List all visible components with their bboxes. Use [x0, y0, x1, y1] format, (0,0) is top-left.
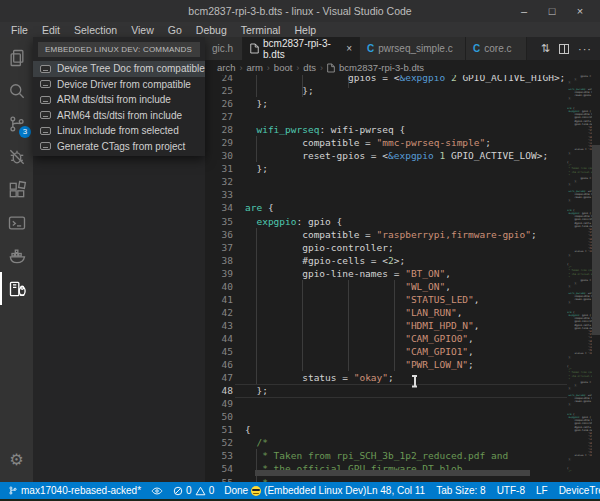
search-icon[interactable] — [0, 74, 33, 107]
docker-icon[interactable] — [0, 239, 33, 272]
tab-bar: gic.h bcm2837-rpi-3-b.dts × C pwrseq_sim… — [205, 37, 600, 60]
quick-pick-item-device-driver[interactable]: Device Driver from compatible — [33, 77, 205, 93]
code-line[interactable]: 32 — [205, 175, 600, 188]
breadcrumb-arm[interactable]: arm — [246, 62, 262, 73]
menu-file[interactable]: File — [4, 24, 35, 36]
quick-pick-item-arm-dts[interactable]: ARM dts/dtsi from include — [33, 92, 205, 108]
language-mode[interactable]: DeviceTree — [559, 485, 600, 496]
minimap[interactable]: gpios = <&expgpio 2 GPIO_ACTIVE_HIGH>; }… — [567, 75, 592, 472]
sync-icon[interactable]: ⇅ — [541, 42, 550, 55]
tab-pwrseq-simple-c[interactable]: C pwrseq_simple.c — [360, 37, 466, 60]
command-icon — [40, 127, 51, 135]
code-line[interactable]: 41 "STATUS_LED", — [205, 293, 600, 306]
quick-pick-item-label: ARM dts/dtsi from include — [57, 94, 171, 105]
code-line[interactable]: 53 * Taken from rpi_SCH_3b_1p2_reduced.p… — [205, 449, 600, 462]
git-branch-status[interactable]: max17040-rebased-acked* — [8, 485, 141, 496]
debug-icon[interactable] — [0, 140, 33, 173]
code-line[interactable]: 40 "WL_ON", — [205, 280, 600, 293]
quick-pick-item-generate-ctags[interactable]: Generate CTags from project — [33, 139, 205, 155]
tab-gic-h[interactable]: gic.h — [205, 37, 243, 60]
command-icon — [40, 65, 51, 73]
status-bar-right: Ln 48, Col 11 Tab Size: 8 UTF-8 LF Devic… — [366, 485, 600, 496]
menu-selection[interactable]: Selection — [67, 24, 124, 36]
breadcrumb-boot[interactable]: boot — [274, 62, 293, 73]
encoding-indicator[interactable]: UTF-8 — [497, 485, 525, 496]
menu-terminal[interactable]: Terminal — [234, 24, 288, 36]
code-line[interactable]: 52 /* — [205, 436, 600, 449]
tab-bcm2837-rpi-3-b-dts[interactable]: bcm2837-rpi-3-b.dts × — [243, 37, 360, 60]
code-line[interactable]: 27 — [205, 110, 600, 123]
source-control-icon[interactable]: 3 — [0, 107, 33, 140]
code-line[interactable]: 31 }; — [205, 162, 600, 175]
activity-bar: 3 ⚙ — [0, 37, 33, 482]
code-line[interactable]: 39 gpio-line-names = "BT_ON", — [205, 267, 600, 280]
quick-pick-item-device-tree-doc[interactable]: Device Tree Doc from compatible — [33, 61, 205, 77]
code-line[interactable]: 50 — [205, 410, 600, 423]
code-line[interactable]: 29 compatible = "mmc-pwrseq-simple"; — [205, 136, 600, 149]
code-line[interactable]: 43 "HDMI_HPD_N", — [205, 319, 600, 332]
eol-indicator[interactable]: LF — [536, 485, 548, 496]
minimap-line: * the official GPU firmware DT blob. — [567, 273, 592, 276]
code-line[interactable]: 38 #gpio-cells = <2>; — [205, 254, 600, 267]
code-line[interactable]: 34are { — [205, 201, 600, 214]
tab-label: bcm2837-rpi-3-b.dts — [263, 38, 339, 60]
task-status[interactable]: Done (Embedded Linux Dev) — [224, 485, 366, 496]
terminal-icon[interactable] — [0, 206, 33, 239]
menu-edit[interactable]: Edit — [35, 24, 67, 36]
cursor-position[interactable]: Ln 48, Col 11 — [366, 485, 425, 496]
code-line[interactable]: 35 expgpio: gpio { — [205, 215, 600, 228]
split-editor-icon[interactable] — [559, 44, 569, 54]
more-actions-icon[interactable]: ··· — [578, 43, 592, 55]
horizontal-scrollbar-slider[interactable] — [255, 470, 530, 476]
code-line[interactable]: 51{ — [205, 423, 600, 436]
code-line[interactable]: 46 "PWR_LOW_N"; — [205, 358, 600, 371]
code-line[interactable]: 44 "CAM_GPIO0", — [205, 332, 600, 345]
maximize-button[interactable]: □ — [538, 5, 566, 17]
c-file-icon: C — [473, 43, 480, 54]
close-button[interactable]: × — [566, 5, 594, 17]
code-line[interactable]: 48 }; — [205, 384, 600, 397]
code-line[interactable]: 28 wifi_pwrseq: wifi-pwrseq { — [205, 123, 600, 136]
code-line[interactable]: 24 gpios = <&expgpio 2 GPIO_ACTIVE_HIGH>… — [205, 75, 600, 84]
minimize-button[interactable]: – — [510, 5, 538, 17]
command-icon — [40, 111, 51, 119]
tab-size-indicator[interactable]: Tab Size: 8 — [436, 485, 485, 496]
breadcrumb-dts[interactable]: dts — [303, 62, 316, 73]
code-line[interactable]: 49 — [205, 397, 600, 410]
error-count: 0 — [186, 485, 192, 496]
vertical-scrollbar[interactable] — [592, 75, 600, 482]
settings-gear-icon[interactable]: ⚙ — [0, 443, 33, 476]
quick-pick-item-linux-include[interactable]: Linux Include from selected — [33, 123, 205, 139]
menu-debug[interactable]: Debug — [189, 24, 234, 36]
code-line[interactable]: 47 status = "okay"; — [205, 371, 600, 384]
extensions-icon[interactable] — [0, 173, 33, 206]
breadcrumb-arch[interactable]: arch — [217, 62, 235, 73]
menu-view[interactable]: View — [124, 24, 161, 36]
quick-pick-item-arm64-dts[interactable]: ARM64 dts/dtsi from include — [33, 108, 205, 124]
breadcrumb-file[interactable]: bcm2837-rpi-3-b.dts — [339, 62, 424, 73]
tab-core-c[interactable]: C core.c — [466, 37, 527, 60]
code-line[interactable]: 33 — [205, 188, 600, 201]
chevron-right-icon: › — [320, 63, 323, 73]
code-line[interactable]: 30 reset-gpios = <&expgpio 1 GPIO_ACTIVE… — [205, 149, 600, 162]
code-line[interactable]: 26 }; — [205, 97, 600, 110]
eye-icon[interactable] — [151, 486, 163, 496]
quick-pick-input[interactable]: EMBEDDED LINUX DEV: COMMANDS — [38, 42, 200, 57]
chevron-right-icon: › — [239, 63, 242, 73]
problems-status[interactable]: 0 0 — [173, 485, 214, 496]
code-line[interactable]: 45 "CAM_GPIO1", — [205, 345, 600, 358]
sunglasses-emoji-icon — [251, 486, 261, 496]
code-line[interactable]: 37 gpio-controller; — [205, 241, 600, 254]
explorer-icon[interactable] — [0, 41, 33, 74]
vertical-scrollbar-slider[interactable] — [592, 145, 600, 335]
embedded-linux-dev-icon[interactable] — [0, 272, 33, 305]
code-line[interactable]: 25 }; — [205, 84, 600, 97]
menu-go[interactable]: Go — [161, 24, 189, 36]
code-line[interactable]: 42 "LAN_RUN", — [205, 306, 600, 319]
code-editor[interactable]: 24 gpios = <&expgpio 2 GPIO_ACTIVE_HIGH>… — [205, 75, 600, 482]
c-file-icon: C — [367, 43, 374, 54]
chevron-right-icon: › — [267, 63, 270, 73]
menu-help[interactable]: Help — [287, 24, 323, 36]
close-tab-icon[interactable]: × — [346, 43, 352, 54]
code-line[interactable]: 36 compatible = "raspberrypi,firmware-gp… — [205, 228, 600, 241]
